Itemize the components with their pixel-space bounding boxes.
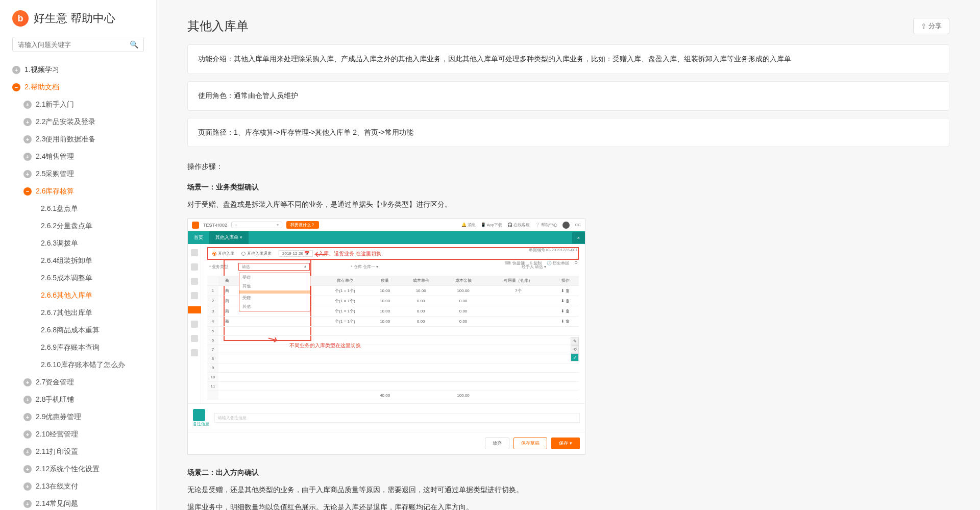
path-card: 页面路径：1、库存核算->库存管理->其他入库单 2、首页->常用功能	[187, 118, 949, 148]
plus-icon	[23, 448, 32, 456]
ss-annotation-2: ↘ 不同业务的入库类型在这里切换	[278, 336, 361, 350]
search-icon[interactable]: 🔍	[130, 40, 138, 48]
headset-icon: 🎧	[507, 223, 512, 227]
nav-2-1[interactable]: 2.1新手入门	[0, 96, 156, 113]
plus-icon	[23, 153, 32, 161]
nav-2-14[interactable]: 2.14常见问题	[0, 495, 156, 510]
plus-icon	[23, 170, 32, 178]
ss-biztype-select: 请选 ▴ 受赠 其他 受赠 其他	[238, 263, 310, 271]
intro-card: 功能介绍：其他入库单用来处理除采购入库、产成品入库之外的其他入库业务，因此其他入…	[187, 44, 949, 74]
nav-2-11[interactable]: 2.11打印设置	[0, 443, 156, 460]
ss-nav-icon	[191, 278, 198, 285]
tool-icon: ⟲	[571, 345, 579, 353]
remark-icon	[193, 409, 205, 421]
avatar-icon	[562, 222, 570, 229]
nav-2-6-9[interactable]: 2.6.9库存账本查询	[0, 339, 156, 356]
plus-icon	[23, 101, 32, 109]
ss-tenant: TEST-H002	[203, 223, 227, 228]
ss-date-field: 2019-12-26 📅	[279, 250, 313, 257]
nav-2-6-1[interactable]: 2.6.1盘点单	[0, 200, 156, 217]
nav-2-6-4[interactable]: 2.6.4组装拆卸单	[0, 252, 156, 270]
search-box[interactable]: 🔍	[12, 37, 144, 52]
scene1-desc: 对于受赠、盘盈或是拆装入库等不同的业务，是通过单据头【业务类型】进行区分。	[187, 197, 949, 211]
nav-2-6-5[interactable]: 2.6.5成本调整单	[0, 270, 156, 287]
ss-new-button: 我要做什么？	[286, 221, 319, 229]
nav-section-2[interactable]: 2.帮助文档	[0, 79, 156, 96]
ss-remark-input: 请输入备注信息	[214, 413, 580, 423]
nav-tree: 1.视频学习 2.帮助文档 2.1新手入门 2.2产品安装及登录 2.3使用前数…	[0, 61, 156, 510]
nav-2-13[interactable]: 2.13在线支付	[0, 478, 156, 495]
ss-save-button: 保存 ▾	[551, 438, 580, 449]
logo-row: b 好生意 帮助中心	[0, 10, 156, 37]
sidebar: b 好生意 帮助中心 🔍 1.视频学习 2.帮助文档 2.1新手入门 2.2产品…	[0, 0, 157, 510]
nav-2-6[interactable]: 2.6库存核算	[0, 183, 156, 200]
nav-2-5[interactable]: 2.5采购管理	[0, 165, 156, 183]
ss-form: 其他入库 其他入库退库 2019-12-26 📅 ← 入库、退货业务 在这里切换…	[201, 244, 585, 403]
plus-icon	[23, 135, 32, 143]
nav-2-10[interactable]: 2.10经营管理	[0, 426, 156, 443]
plus-icon	[23, 396, 32, 404]
ss-remark-row: 备注信息 请输入备注信息	[188, 403, 585, 432]
nav-2-7[interactable]: 2.7资金管理	[0, 374, 156, 391]
ss-nav-icon	[191, 263, 198, 271]
plus-icon	[23, 413, 32, 421]
minus-icon	[23, 187, 32, 196]
scene1-title: 场景一：业务类型确认	[187, 180, 949, 194]
ss-topbar: TEST-H002 ⌕▾ 我要做什么？ 🔔 消息 📱 App下载 🎧 在线客服 …	[188, 219, 585, 231]
ss-tabbar: 首页 其他入库单 × ×	[188, 231, 585, 244]
ss-doctype-row: 其他入库 其他入库退库 2019-12-26 📅 ←	[207, 247, 579, 260]
share-icon: ⇪	[921, 22, 926, 30]
ss-side-tools: ✎ ⟲ ⤢	[571, 337, 579, 361]
nav-2-6-10[interactable]: 2.6.10库存账本错了怎么办	[0, 356, 156, 374]
ss-tab-active: 其他入库单 ×	[209, 231, 249, 244]
plus-icon	[23, 378, 32, 386]
scene2-p1: 无论是受赠，还是其他类型的业务，由于入库商品质量等原因，需要退回，这时可通过单据…	[187, 482, 949, 497]
nav-2-6-2[interactable]: 2.6.2分量盘点单	[0, 217, 156, 235]
nav-2-9[interactable]: 2.9优惠券管理	[0, 408, 156, 426]
ss-draft-button: 保存草稿	[513, 438, 547, 449]
plus-icon	[23, 430, 32, 439]
nav-2-2[interactable]: 2.2产品安装及登录	[0, 113, 156, 131]
ss-nav-icon-active	[188, 306, 201, 313]
embedded-screenshot: TEST-H002 ⌕▾ 我要做什么？ 🔔 消息 📱 App下载 🎧 在线客服 …	[187, 218, 585, 455]
nav-2-6-8[interactable]: 2.6.8商品成本重算	[0, 322, 156, 339]
ss-mini-search: ⌕▾	[231, 222, 282, 228]
plus-icon	[23, 118, 32, 126]
scene2-p2: 退库业务中，明细数量均以负值红色展示。无论是入库还是退库，库存账均记在入库方向。	[187, 500, 949, 510]
nav-2-4[interactable]: 2.4销售管理	[0, 148, 156, 165]
bell-icon: 🔔	[461, 223, 467, 227]
gear-icon: ⚙	[574, 260, 578, 266]
plus-icon	[23, 482, 32, 491]
ss-nav-icon	[191, 349, 198, 356]
ss-doc-number: 单据编号 IC-20191226-001	[529, 247, 578, 253]
ss-nav-icon	[191, 335, 198, 342]
nav-2-6-3[interactable]: 2.6.3调拨单	[0, 235, 156, 252]
plus-icon	[23, 465, 32, 473]
ss-tab-home: 首页	[188, 231, 209, 244]
nav-section-1[interactable]: 1.视频学习	[0, 61, 156, 79]
plus-icon	[23, 500, 32, 508]
steps-label: 操作步骤：	[187, 159, 949, 174]
nav-2-6-7[interactable]: 2.6.7其他出库单	[0, 304, 156, 322]
nav-2-6-6[interactable]: 2.6.6其他入库单	[0, 287, 156, 304]
share-button[interactable]: ⇪ 分享	[913, 18, 949, 34]
ss-radio-in: 其他入库	[212, 251, 234, 256]
nav-2-8[interactable]: 2.8手机旺铺	[0, 391, 156, 408]
page-title: 其他入库单	[187, 18, 249, 34]
phone-icon: 📱	[481, 223, 486, 227]
ss-biztype-dropdown: 受赠 其他 受赠 其他	[239, 273, 310, 311]
ss-nav-icon	[191, 249, 198, 256]
help-icon: ❔	[535, 223, 540, 227]
plus-icon	[12, 66, 20, 74]
ss-sidenav	[188, 244, 201, 403]
nav-2-3[interactable]: 2.3使用前数据准备	[0, 131, 156, 148]
radio-checked-icon	[212, 252, 216, 256]
nav-2-12[interactable]: 2.12系统个性化设置	[0, 460, 156, 478]
search-input[interactable]	[18, 41, 130, 48]
tool-icon: ✎	[571, 337, 579, 345]
ss-nav-icon	[191, 321, 198, 328]
ss-radio-return: 其他入库退库	[241, 251, 272, 256]
ss-toolbar: ⌨ 快捷键 ⎘ 复制 🕒 历史单据 ⚙	[505, 260, 578, 266]
site-title: 好生意 帮助中心	[34, 11, 115, 26]
radio-icon	[241, 252, 246, 256]
